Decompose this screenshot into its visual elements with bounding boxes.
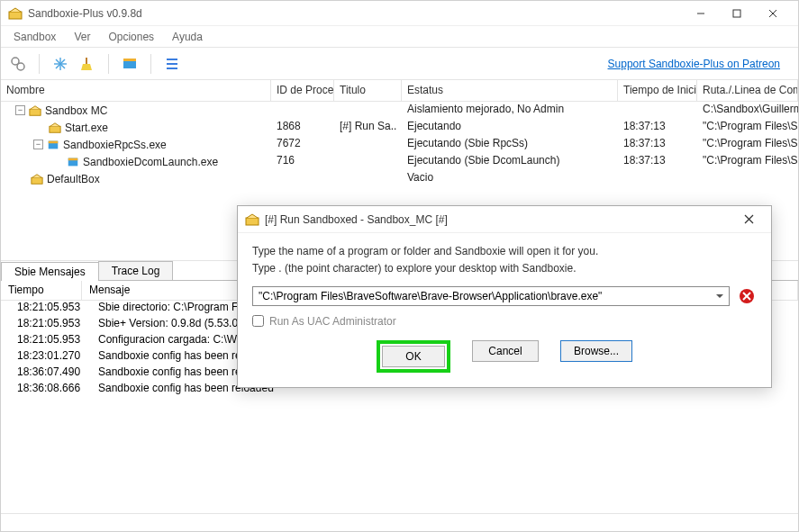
cell-title [334,102,402,119]
cell-title [334,170,402,187]
cell-start: 18:37:13 [618,153,697,170]
window-icon[interactable] [118,52,141,76]
log-time: 18:36:07.490 [1,365,82,382]
menu-sandbox[interactable]: Sandbox [5,29,65,45]
ok-button[interactable]: OK [382,346,445,367]
cell-title: [#] Run Sa.. [334,119,402,136]
list-icon[interactable] [160,52,184,76]
minimize-button[interactable] [683,1,719,26]
close-button[interactable] [755,1,791,26]
cell-start: 18:37:13 [618,136,697,153]
expander[interactable]: − [33,140,43,149]
uac-checkbox[interactable] [252,315,264,327]
svg-rect-0 [9,12,22,19]
svg-rect-2 [733,10,740,17]
tree-row[interactable]: −Sandbox MCAislamiento mejorado, No Admi… [1,102,798,119]
row-name: SandboxieDcomLaunch.exe [83,156,218,168]
svg-rect-23 [32,177,42,184]
program-path-value: "C:\Program Files\BraveSoftware\Brave-Br… [259,290,602,302]
col-status[interactable]: Estatus [402,80,618,102]
tree-header: Nombre ID de Proce Titulo Estatus Tiempo… [1,80,798,102]
uac-checkbox-row[interactable]: Run As UAC Administrator [252,315,757,328]
col-path[interactable]: Ruta./.Linea de Com [697,80,798,102]
cell-status: Vacio [402,170,618,187]
col-title[interactable]: Titulo [334,80,402,102]
svg-point-6 [17,63,24,70]
svg-rect-17 [30,109,41,115]
snowflake-icon[interactable] [49,52,72,76]
cell-path: "C:\Program Files\Sa [697,136,798,153]
log-time: 18:21:05.953 [1,333,82,349]
col-start[interactable]: Tiempo de Inicio [618,80,697,102]
broom-icon[interactable] [76,52,99,76]
svg-rect-24 [246,218,259,225]
cell-pid [271,170,334,187]
col-pid[interactable]: ID de Proce [271,80,334,102]
uac-label: Run As UAC Administrator [269,315,396,328]
expander[interactable]: − [15,105,25,115]
run-sandboxed-dialog: [#] Run Sandboxed - Sandbox_MC [#] Type … [237,205,772,388]
sandbox-yellow-icon [31,173,43,185]
log-time: 18:36:08.666 [1,382,82,398]
cell-pid: 7672 [271,136,334,153]
svg-rect-20 [49,140,59,143]
sandbox-yellow-icon [29,104,41,117]
cell-path: "C:\Program Files\Sa [697,153,798,170]
log-time: 18:21:05.953 [1,301,82,317]
browse-button[interactable]: Browse... [560,340,632,362]
app-blue-icon [47,139,59,151]
app-blue-icon [67,156,79,168]
cell-pid: 1868 [271,119,334,136]
tree-row[interactable]: DefaultBoxVacio [1,170,798,187]
col-name[interactable]: Nombre [1,80,271,102]
titlebar: Sandboxie-Plus v0.9.8d [1,1,798,26]
dialog-title: [#] Run Sandboxed - Sandbox_MC [#] [265,213,733,226]
row-name: Sandbox MC [45,104,107,117]
log-time: 18:23:01.270 [1,349,82,365]
dialog-app-icon [245,212,259,227]
dialog-close-button[interactable] [733,207,764,232]
statusbar [1,513,798,531]
dialog-text-2: Type . (the point character) to explore … [252,261,757,276]
settings-icon[interactable] [6,52,30,76]
ok-highlight: OK [377,340,450,373]
window-title: Sandboxie-Plus v0.9.8d [28,7,683,20]
menu-ayuda[interactable]: Ayuda [163,29,212,45]
cell-path [697,170,798,187]
cell-status: Ejecutando (Sbie DcomLaunch) [402,153,618,170]
dialog-text-1: Type the name of a program or folder and… [252,244,757,259]
support-link[interactable]: Support Sandboxie-Plus on Patreon [608,58,793,70]
dialog-titlebar: [#] Run Sandboxed - Sandbox_MC [#] [238,206,771,233]
tree-row[interactable]: SandboxieDcomLaunch.exe716Ejecutando (Sb… [1,153,798,170]
cell-title [334,136,402,153]
cell-path: C:\Sandbox\Guillerm [697,102,798,119]
log-col-time[interactable]: Tiempo [1,281,82,301]
cell-start [618,170,697,187]
svg-rect-18 [50,126,60,132]
menu-opciones[interactable]: Opciones [99,29,163,45]
row-name: SandboxieRpcSs.exe [63,139,167,151]
row-name: DefaultBox [47,173,100,185]
cell-status: Ejecutando (Sbie RpcSs) [402,136,618,153]
cell-path: "C:\Program Files\Sa [697,119,798,136]
program-path-combobox[interactable]: "C:\Program Files\BraveSoftware\Brave-Br… [252,286,730,306]
row-name: Start.exe [65,122,108,134]
cell-status: Ejecutando [402,119,618,136]
tree-row[interactable]: −SandboxieRpcSs.exe7672Ejecutando (Sbie … [1,136,798,153]
menu-ver[interactable]: Ver [65,29,99,45]
svg-rect-13 [123,59,136,61]
maximize-button[interactable] [719,1,755,26]
cell-title [334,153,402,170]
cell-status: Aislamiento mejorado, No Admin [402,102,618,119]
tab-sbie-messages[interactable]: Sbie Mensajes [1,262,99,281]
sandbox-yellow-icon [49,122,61,134]
tree-row[interactable]: Start.exe1868[#] Run Sa..Ejecutando18:37… [1,119,798,136]
cancel-button[interactable]: Cancel [472,340,539,362]
app-icon [8,6,23,21]
log-time: 18:21:05.953 [1,317,82,333]
cell-pid: 716 [271,153,334,170]
clear-button[interactable] [737,286,757,306]
menubar: Sandbox Ver Opciones Ayuda [1,26,798,48]
tab-trace-log[interactable]: Trace Log [98,261,174,280]
svg-rect-11 [86,58,87,64]
